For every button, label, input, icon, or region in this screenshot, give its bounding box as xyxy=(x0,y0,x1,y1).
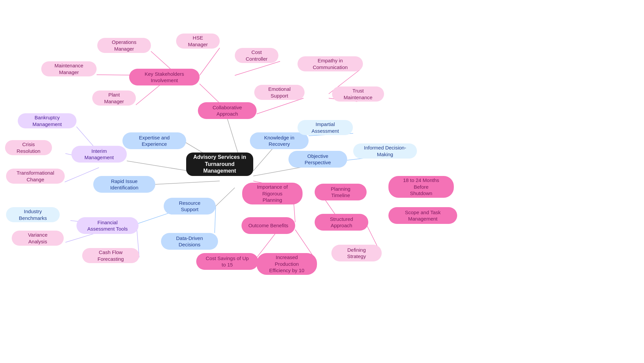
knowledge-node[interactable]: Knowledge in Recovery xyxy=(250,132,309,149)
trust-label: Trust Maintenance xyxy=(339,87,377,101)
operations-manager-label: Operations Manager xyxy=(104,39,144,52)
svg-line-9 xyxy=(200,48,220,75)
structured-approach-label: Structured Approach xyxy=(321,216,362,229)
outcome-benefits-node[interactable]: Outcome Benefits xyxy=(241,217,295,234)
importance-planning-node[interactable]: Importance of Rigorous Planning xyxy=(242,183,303,204)
knowledge-label: Knowledge in Recovery xyxy=(257,134,302,147)
collaborative-label: Collaborative Approach xyxy=(205,104,250,117)
plant-manager-node[interactable]: Plant Manager xyxy=(92,90,136,106)
outcome-benefits-label: Outcome Benefits xyxy=(248,222,288,229)
interim-label: Interim Management xyxy=(78,148,120,161)
svg-line-13 xyxy=(235,61,280,75)
defining-strategy-label: Defining Strategy xyxy=(338,247,375,260)
cost-savings-node[interactable]: Cost Savings of Up to 15 xyxy=(196,253,258,270)
cash-flow-node[interactable]: Cash Flow Forecasting xyxy=(82,248,139,263)
planning-timeline-node[interactable]: Planning Timeline xyxy=(315,184,367,200)
cost-controller-label: Cost Controller xyxy=(241,49,272,62)
data-driven-label: Data-Driven Decisions xyxy=(168,235,211,248)
informed-decision-label: Informed Decision-Making xyxy=(360,144,410,158)
variance-node[interactable]: Variance Analysis xyxy=(12,231,64,246)
center-node[interactable]: Advisory Services in Turnaround Manageme… xyxy=(186,153,253,176)
increased-production-node[interactable]: Increased Production Efficiency by 10 xyxy=(257,253,317,275)
industry-benchmarks-label: Industry Benchmarks xyxy=(13,208,53,221)
maintenance-manager-node[interactable]: Maintenance Manager xyxy=(41,61,97,76)
cost-controller-node[interactable]: Cost Controller xyxy=(235,48,278,63)
informed-decision-node[interactable]: Informed Decision-Making xyxy=(353,143,417,159)
bankruptcy-node[interactable]: Bankruptcy Management xyxy=(18,113,76,128)
key-stakeholders-node[interactable]: Key Stakeholders Involvement xyxy=(129,69,200,85)
crisis-node[interactable]: Crisis Resolution xyxy=(5,140,52,155)
industry-benchmarks-node[interactable]: Industry Benchmarks xyxy=(6,207,60,222)
emotional-support-node[interactable]: Emotional Support xyxy=(254,85,305,100)
data-driven-node[interactable]: Data-Driven Decisions xyxy=(161,233,218,250)
impartial-node[interactable]: Impartial Assessment xyxy=(298,120,353,135)
structured-approach-node[interactable]: Structured Approach xyxy=(315,214,368,231)
crisis-label: Crisis Resolution xyxy=(12,141,45,154)
18to24-node[interactable]: 18 to 24 Months Before Shutdown xyxy=(388,176,454,198)
financial-assessment-node[interactable]: Financial Assessment Tools xyxy=(76,217,139,234)
operations-manager-node[interactable]: Operations Manager xyxy=(97,38,151,53)
objective-node[interactable]: Objective Perspective xyxy=(288,151,347,168)
hse-manager-node[interactable]: HSE Manager xyxy=(176,34,220,49)
svg-line-21 xyxy=(65,168,99,182)
18to24-label: 18 to 24 Months Before Shutdown xyxy=(395,177,447,197)
expertise-node[interactable]: Expertise and Experience xyxy=(122,132,186,149)
cash-flow-label: Cash Flow Forecasting xyxy=(89,249,132,262)
plant-manager-label: Plant Manager xyxy=(99,92,129,105)
expertise-label: Expertise and Experience xyxy=(129,134,179,147)
objective-label: Objective Perspective xyxy=(295,153,340,166)
increased-production-label: Increased Production Efficiency by 10 xyxy=(263,254,310,274)
variance-label: Variance Analysis xyxy=(18,232,57,245)
resource-support-label: Resource Support xyxy=(170,200,209,213)
empathy-label: Empathy in Communication xyxy=(304,57,356,70)
key-stakeholders-label: Key Stakeholders Involvement xyxy=(136,71,193,84)
rapid-issue-node[interactable]: Rapid Issue Identification xyxy=(93,176,155,193)
emotional-support-label: Emotional Support xyxy=(261,86,298,99)
svg-line-14 xyxy=(257,98,304,114)
scope-task-label: Scope and Task Management xyxy=(395,209,450,222)
cost-savings-label: Cost Savings of Up to 15 xyxy=(203,255,252,268)
defining-strategy-node[interactable]: Defining Strategy xyxy=(331,245,382,261)
importance-planning-label: Importance of Rigorous Planning xyxy=(249,184,296,203)
financial-assessment-label: Financial Assessment Tools xyxy=(83,219,132,232)
interim-node[interactable]: Interim Management xyxy=(71,146,127,163)
scope-task-node[interactable]: Scope and Task Management xyxy=(388,207,457,224)
svg-line-6 xyxy=(216,188,235,206)
empathy-node[interactable]: Empathy in Communication xyxy=(298,56,363,71)
maintenance-manager-label: Maintenance Manager xyxy=(48,62,90,75)
svg-line-26 xyxy=(215,206,216,233)
center-label: Advisory Services in Turnaround Manageme… xyxy=(193,154,247,175)
impartial-label: Impartial Assessment xyxy=(304,121,346,134)
transformational-node[interactable]: Transformational Change xyxy=(6,169,65,184)
transformational-label: Transformational Change xyxy=(13,170,58,183)
bankruptcy-label: Bankruptcy Management xyxy=(24,114,70,127)
hse-manager-label: HSE Manager xyxy=(183,35,213,48)
rapid-issue-label: Rapid Issue Identification xyxy=(100,178,149,191)
svg-line-5 xyxy=(155,181,220,184)
trust-node[interactable]: Trust Maintenance xyxy=(332,86,384,102)
planning-timeline-label: Planning Timeline xyxy=(321,186,360,199)
collaborative-node[interactable]: Collaborative Approach xyxy=(198,102,257,119)
resource-support-node[interactable]: Resource Support xyxy=(164,198,216,215)
